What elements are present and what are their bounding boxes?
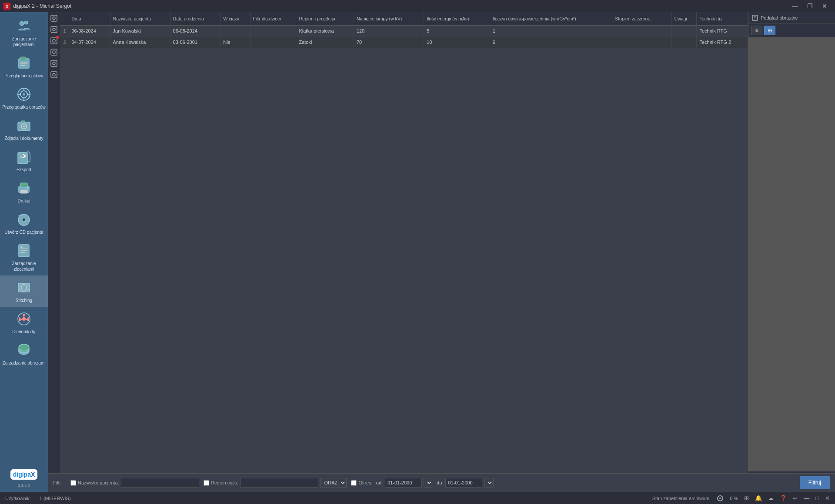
statusbar-refresh-icon[interactable]: ↩: [793, 495, 798, 501]
main-table-area: Data Nazwisko pacjenta Data urodzenia W …: [60, 12, 748, 473]
sidebar-label-export: Eksport: [17, 167, 31, 172]
svg-point-26: [27, 187, 29, 189]
col-region[interactable]: Region i projekcja: [296, 12, 354, 25]
table-row[interactable]: 204-07-2024Anna Kowalska03-06-2001NieZat…: [60, 36, 748, 48]
filter-check-nazwisko[interactable]: [70, 480, 76, 486]
filter-od-select[interactable]: ▼: [424, 478, 433, 487]
col-w-ciazy[interactable]: W ciąży: [220, 12, 250, 25]
svg-point-54: [53, 40, 55, 42]
print-icon: [15, 179, 33, 197]
col-iloczyn[interactable]: Iloczyn dawka-powierzchnia (w dGy*cm²): [490, 12, 612, 25]
sidebar-label-xray-journal: Dziennik rtg: [13, 329, 36, 335]
sidebar-item-stitching[interactable]: Stitching: [0, 275, 48, 307]
filter-button[interactable]: Filtruj: [800, 476, 830, 489]
xray-btn-5[interactable]: [49, 58, 59, 69]
col-technik[interactable]: Technik rtg: [697, 12, 748, 25]
window-controls: — ❐ ✕: [788, 1, 832, 11]
filter-input-region[interactable]: [240, 478, 318, 487]
camera-icon: [15, 117, 33, 134]
svg-point-60: [53, 73, 55, 76]
statusbar-archive-label: Stan zapełnienia archiwum:: [652, 496, 711, 501]
sidebar-item-manage-patients[interactable]: Zarządzanie pacjentami: [0, 14, 48, 51]
col-napiecie[interactable]: Napięcie lampy (w kV): [354, 12, 424, 25]
col-energia[interactable]: Ilość energii (w mAs): [424, 12, 490, 25]
statusbar-cloud-icon[interactable]: ☁: [768, 495, 774, 501]
main-layout: Zarządzanie pacjentami Przeglądarka plik…: [0, 12, 835, 492]
statusbar-close-icon[interactable]: ✕: [825, 495, 830, 501]
svg-rect-25: [20, 190, 27, 193]
cell-stopien: [612, 25, 671, 36]
sidebar-item-manage-images[interactable]: Zarządzanie obrazami: [0, 338, 48, 369]
table-body: 106-08-2024Jan Kowalski06-08-2024Klatka …: [60, 25, 748, 48]
sidebar-item-manage-orders[interactable]: Zarządzanie zleceniami: [0, 239, 48, 275]
svg-rect-20: [18, 153, 27, 164]
xray-btn-1[interactable]: [49, 13, 59, 23]
filter-bar: Filtr Nazwisko pacjenta: Region ciała: O…: [48, 473, 835, 492]
statusbar: Użytkownik: 1 (MISERWIS) Stan zapełnieni…: [0, 492, 835, 504]
svg-point-2: [20, 21, 24, 26]
sidebar-item-image-browser[interactable]: Przeglądarka obrazów: [0, 82, 48, 113]
filter-check-okres[interactable]: [351, 480, 357, 486]
sidebar-item-file-browser[interactable]: Przeglądarka plików: [0, 51, 48, 82]
list-view-button[interactable]: ≡: [751, 26, 762, 35]
cell-napiecie: 70: [354, 36, 424, 48]
sidebar: Zarządzanie pacjentami Przeglądarka plik…: [0, 12, 48, 492]
svg-point-19: [23, 126, 25, 127]
svg-rect-53: [51, 38, 57, 44]
sidebar-item-xray-journal[interactable]: Dziennik rtg: [0, 307, 48, 338]
col-data[interactable]: Data: [69, 12, 110, 25]
xray-btn-2[interactable]: [49, 24, 59, 35]
svg-rect-5: [20, 57, 26, 60]
filter-do-select[interactable]: ▼: [484, 478, 494, 487]
minimize-button[interactable]: —: [788, 1, 802, 11]
grid-view-button[interactable]: ⊞: [764, 26, 775, 35]
svg-rect-51: [51, 27, 57, 33]
table-scroll[interactable]: Data Nazwisko pacjenta Data urodzenia W …: [60, 12, 748, 473]
statusbar-maximize-icon[interactable]: □: [815, 495, 819, 501]
col-lp: [60, 12, 69, 25]
cell-region: Zatoki: [296, 36, 354, 48]
filter-do-input[interactable]: [445, 478, 482, 487]
statusbar-help-icon[interactable]: ❓: [780, 495, 787, 501]
sidebar-label-file-browser: Przeglądarka plików: [4, 73, 43, 79]
window-title: digipaX 2 - Michał Sergot: [13, 3, 788, 9]
col-data-urodzenia[interactable]: Data urodzenia: [170, 12, 220, 25]
sidebar-item-export[interactable]: Eksport: [0, 145, 48, 176]
right-panel-header: Podgląd obrazów: [748, 12, 835, 24]
filter-label: Filtr: [53, 480, 66, 485]
xray-btn-4[interactable]: [49, 47, 59, 57]
filter-label-okres: Okres:: [358, 480, 372, 485]
right-panel: Podgląd obrazów ≡ ⊞: [748, 12, 835, 473]
col-filtr-dzieci[interactable]: Filtr dla dzieci: [250, 12, 296, 25]
sidebar-item-create-cd[interactable]: Utwórz CD pacjenta: [0, 207, 48, 239]
col-stopien[interactable]: Stopień zaczerni...: [612, 12, 671, 25]
sidebar-label-manage-orders: Zarządzanie zleceniami: [2, 261, 46, 272]
statusbar-minimize-icon[interactable]: —: [804, 495, 809, 501]
cell-data: 06-08-2024: [69, 25, 110, 36]
right-panel-controls: ≡ ⊞: [748, 24, 835, 37]
statusbar-grid-icon[interactable]: ⊞: [744, 495, 749, 501]
cell-nazwisko: Jan Kowalski: [110, 25, 170, 36]
sidebar-item-print[interactable]: Drukuj: [0, 176, 48, 207]
sidebar-item-photos-docs[interactable]: Zdjęcia i dokumenty: [0, 113, 48, 145]
panel-header-icon: [752, 15, 758, 21]
col-uwagi[interactable]: Uwagi: [671, 12, 697, 25]
version-label: 2.1.6.0: [18, 482, 30, 490]
filter-logic-select[interactable]: ORAZ LUB: [320, 478, 347, 487]
close-button[interactable]: ✕: [818, 1, 832, 11]
filter-od-input[interactable]: [385, 478, 422, 487]
statusbar-user-label: Użytkownik:: [5, 496, 31, 501]
statusbar-bell-icon[interactable]: 🔔: [755, 495, 762, 501]
xray-btn-6[interactable]: [49, 70, 59, 80]
table-row[interactable]: 106-08-2024Jan Kowalski06-08-2024Klatka …: [60, 25, 748, 36]
restore-button[interactable]: ❐: [803, 1, 817, 11]
logo-area: digipaX: [10, 467, 38, 482]
filter-check-region[interactable]: [204, 480, 209, 486]
titlebar: X digipaX 2 - Michał Sergot — ❐ ✕: [0, 0, 835, 12]
xray-btn-3[interactable]: [49, 36, 59, 46]
svg-rect-59: [51, 72, 57, 78]
cell-iloczyn: 1: [490, 25, 612, 36]
table-wrapper: Data Nazwisko pacjenta Data urodzenia W …: [48, 12, 835, 473]
filter-input-nazwisko[interactable]: [121, 478, 199, 487]
col-nazwisko[interactable]: Nazwisko pacjenta: [110, 12, 170, 25]
